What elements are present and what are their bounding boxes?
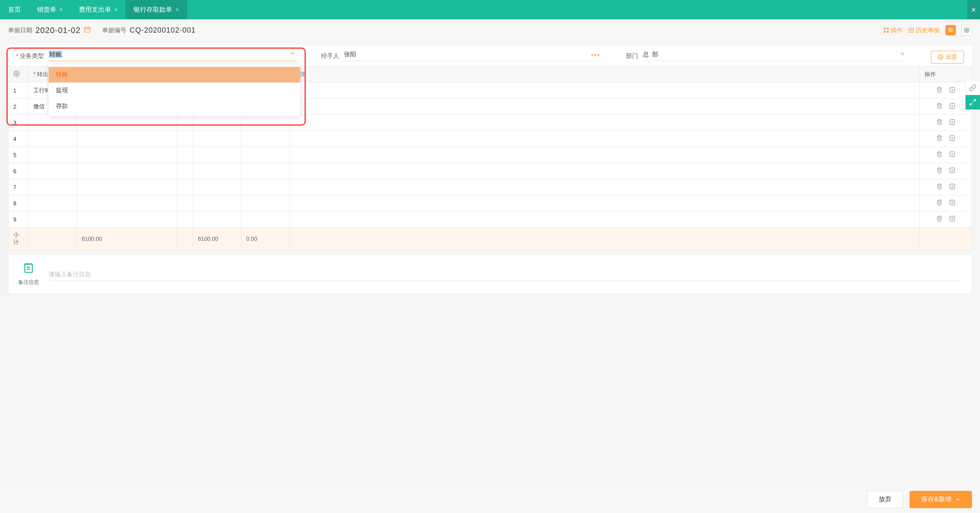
- cell-out-amount[interactable]: [77, 195, 177, 211]
- dept-value: 总 部: [643, 51, 659, 58]
- cell-in-account[interactable]: [177, 211, 193, 228]
- delete-row-button[interactable]: [936, 183, 943, 191]
- cell-in-amount[interactable]: [193, 163, 241, 179]
- cell-remark[interactable]: [290, 83, 920, 99]
- table-row[interactable]: 5: [8, 147, 972, 163]
- row-index: 8: [8, 195, 29, 211]
- cell-remark[interactable]: [290, 211, 920, 228]
- dept-select[interactable]: 总 部: [643, 51, 907, 61]
- cell-ops: [920, 131, 972, 147]
- history-button[interactable]: 历史单据: [908, 27, 940, 34]
- cell-remark[interactable]: [290, 99, 920, 115]
- add-row-button[interactable]: [949, 215, 955, 223]
- table-row[interactable]: 9: [8, 211, 972, 228]
- add-row-button[interactable]: [949, 151, 955, 159]
- add-row-button[interactable]: [949, 199, 955, 207]
- cell-in-amount[interactable]: [193, 195, 241, 211]
- cell-in-account[interactable]: [177, 147, 193, 163]
- cell-in-account[interactable]: [177, 195, 193, 211]
- dropdown-item-deposit[interactable]: 存款: [49, 98, 300, 114]
- add-row-button[interactable]: [949, 183, 955, 191]
- expand-button[interactable]: [966, 95, 980, 110]
- date-value[interactable]: 2020-01-02: [35, 26, 80, 35]
- cell-in-amount[interactable]: [193, 115, 241, 131]
- delete-row-button[interactable]: [936, 119, 943, 126]
- cell-in-amount[interactable]: [193, 131, 241, 147]
- cell-remark[interactable]: [290, 195, 920, 211]
- cell-out-amount[interactable]: [77, 179, 177, 195]
- delete-row-button[interactable]: [936, 199, 943, 207]
- close-icon[interactable]: ×: [175, 6, 179, 13]
- cell-out-account[interactable]: [29, 211, 77, 228]
- calendar-icon[interactable]: [84, 26, 91, 35]
- view-list-button[interactable]: [945, 25, 956, 35]
- table-row[interactable]: 6: [8, 163, 972, 179]
- cell-remark[interactable]: [290, 147, 920, 163]
- cell-out-amount[interactable]: [77, 163, 177, 179]
- cell-out-account[interactable]: [29, 163, 77, 179]
- cell-out-account[interactable]: [29, 195, 77, 211]
- close-panel-button[interactable]: ×: [967, 0, 980, 19]
- add-row-button[interactable]: [949, 103, 955, 110]
- handler-select[interactable]: 张阳 •••: [344, 51, 602, 61]
- cell-fee[interactable]: [241, 211, 290, 228]
- cell-out-account[interactable]: [29, 147, 77, 163]
- tab-home[interactable]: 首页: [0, 0, 29, 19]
- cell-in-amount[interactable]: [193, 179, 241, 195]
- cell-remark[interactable]: [290, 179, 920, 195]
- settings-button[interactable]: 设置: [931, 51, 964, 64]
- tab-sales[interactable]: 销货单×: [29, 0, 71, 19]
- cell-fee[interactable]: [241, 163, 290, 179]
- add-row-button[interactable]: [949, 87, 955, 94]
- add-row-button[interactable]: [949, 135, 955, 143]
- subtotal-fee: 0.00: [241, 228, 290, 250]
- cell-in-amount[interactable]: [193, 211, 241, 228]
- cell-out-amount[interactable]: [77, 131, 177, 147]
- cell-fee[interactable]: [241, 115, 290, 131]
- delete-row-button[interactable]: [936, 135, 943, 143]
- dropdown-item-transfer[interactable]: 转账: [49, 67, 300, 83]
- table-row[interactable]: 3: [8, 115, 972, 131]
- table-row[interactable]: 7: [8, 179, 972, 195]
- cell-out-account[interactable]: [29, 179, 77, 195]
- cell-remark[interactable]: [290, 115, 920, 131]
- svg-rect-7: [887, 31, 889, 33]
- cell-fee[interactable]: [241, 195, 290, 211]
- add-row-button[interactable]: [949, 119, 955, 126]
- column-config[interactable]: [8, 66, 29, 83]
- ops-button[interactable]: 操作: [883, 27, 903, 34]
- cell-in-account[interactable]: [177, 163, 193, 179]
- close-icon[interactable]: ×: [114, 6, 117, 13]
- close-icon[interactable]: ×: [60, 6, 63, 13]
- attachment-button[interactable]: [966, 81, 980, 95]
- table-row[interactable]: 8: [8, 195, 972, 211]
- tab-expense[interactable]: 费用支出单×: [71, 0, 126, 19]
- cell-out-amount[interactable]: [77, 211, 177, 228]
- cell-out-account[interactable]: [29, 131, 77, 147]
- delete-row-button[interactable]: [936, 87, 943, 94]
- table-row[interactable]: 4: [8, 131, 972, 147]
- cell-in-account[interactable]: [177, 115, 193, 131]
- cell-in-amount[interactable]: [193, 147, 241, 163]
- tab-bank-transfer[interactable]: 银行存取款单×: [126, 0, 187, 19]
- cell-fee[interactable]: [241, 131, 290, 147]
- dropdown-item-withdraw[interactable]: 提现: [49, 83, 300, 98]
- cell-fee[interactable]: [241, 179, 290, 195]
- add-row-button[interactable]: [949, 167, 955, 175]
- cell-fee[interactable]: [241, 147, 290, 163]
- delete-row-button[interactable]: [936, 151, 943, 159]
- view-grid-button[interactable]: [961, 25, 972, 35]
- cell-out-amount[interactable]: [77, 115, 177, 131]
- remark-input[interactable]: [49, 267, 962, 281]
- gear-icon: [13, 70, 20, 77]
- cell-in-account[interactable]: [177, 179, 193, 195]
- business-type-select[interactable]: 转账 转账 提现 存款: [49, 51, 297, 61]
- cell-remark[interactable]: [290, 163, 920, 179]
- delete-row-button[interactable]: [936, 215, 943, 223]
- cell-remark[interactable]: [290, 131, 920, 147]
- delete-row-button[interactable]: [936, 167, 943, 175]
- cell-out-account[interactable]: [29, 115, 77, 131]
- cell-out-amount[interactable]: [77, 147, 177, 163]
- delete-row-button[interactable]: [936, 103, 943, 110]
- cell-in-account[interactable]: [177, 131, 193, 147]
